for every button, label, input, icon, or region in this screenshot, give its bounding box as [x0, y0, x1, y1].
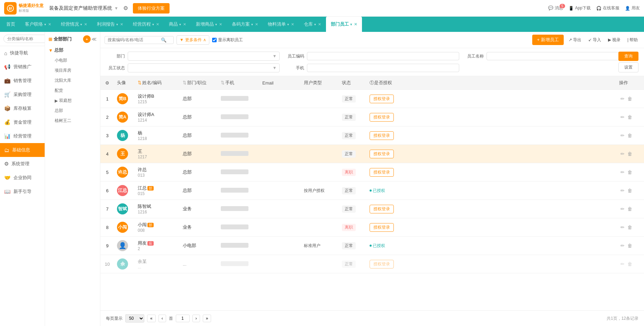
add-dept-btn[interactable]: +: [83, 35, 91, 43]
delete-btn[interactable]: 🗑: [626, 151, 634, 157]
user-btn[interactable]: 👤 用友: [625, 5, 640, 11]
tab-close-icon[interactable]: ✕: [183, 22, 186, 27]
row-auth[interactable]: 授权登录: [367, 90, 408, 108]
col-settings[interactable]: ⚙: [100, 76, 114, 90]
edit-btn[interactable]: ✏: [619, 133, 626, 138]
tab-barcode[interactable]: 条码方案▾✕: [227, 17, 263, 32]
auth-login-btn[interactable]: 授权登录: [370, 260, 394, 268]
collapse-tree-btn[interactable]: ≪: [91, 36, 97, 42]
auth-login-btn[interactable]: 授权登录: [370, 113, 394, 122]
tree-item-distribution[interactable]: 配货: [45, 86, 100, 96]
row-auth[interactable]: 授权登录: [367, 200, 408, 218]
notification-btn[interactable]: 💬 5 消息: [548, 5, 563, 11]
filter-status-select[interactable]: ▼: [128, 63, 280, 72]
tab-operation[interactable]: 经营情况▾✕: [56, 17, 92, 32]
auth-login-btn[interactable]: 授权登录: [370, 223, 394, 232]
per-page-select[interactable]: 50 100: [125, 314, 144, 323]
tab-home[interactable]: 首页: [1, 17, 20, 32]
sidebar-item-sales[interactable]: 💼销售管理: [0, 74, 45, 88]
delete-btn[interactable]: 🗑: [626, 206, 634, 212]
tab-close-icon[interactable]: ✕: [318, 22, 321, 27]
edit-btn[interactable]: ✏: [619, 114, 626, 120]
row-auth[interactable]: 授权登录: [367, 108, 408, 126]
edit-btn[interactable]: ✏: [619, 188, 626, 193]
tree-item-plant[interactable]: 植树王二: [45, 116, 100, 126]
filter-emp-code-input[interactable]: [307, 52, 459, 60]
tree-item-hq[interactable]: 总部: [45, 106, 100, 116]
auth-login-btn[interactable]: 授权登录: [370, 150, 394, 158]
tab-add-goods[interactable]: 新增商品▾✕: [191, 17, 227, 32]
tree-item-double[interactable]: ▶ 双庭想: [45, 96, 100, 106]
auth-login-btn[interactable]: 授权登录: [370, 95, 394, 103]
edit-btn[interactable]: ✏: [619, 224, 626, 230]
export-btn[interactable]: ↗ 导出: [566, 36, 583, 44]
auth-login-btn[interactable]: 授权登录: [370, 131, 394, 140]
edit-btn[interactable]: ✏: [619, 96, 626, 102]
tree-item-small-elec[interactable]: 小电部: [45, 55, 100, 65]
col-phone[interactable]: ⇅手机: [218, 76, 260, 90]
edit-btn[interactable]: ✏: [619, 151, 626, 157]
delete-btn[interactable]: 🗑: [626, 188, 634, 193]
sidebar-item-marketing[interactable]: 📢营销推广: [0, 60, 45, 74]
tab-close-icon[interactable]: ✕: [48, 22, 51, 27]
row-auth[interactable]: 授权登录: [367, 218, 408, 237]
next-page-btn[interactable]: ›: [192, 315, 200, 322]
delete-btn[interactable]: 🗑: [626, 224, 634, 230]
online-service-btn[interactable]: 🎧 在线客服: [596, 5, 619, 11]
tab-history[interactable]: 经营历程▾✕: [128, 17, 164, 32]
page-input[interactable]: [176, 315, 190, 322]
sidebar-item-purchase[interactable]: 🛒采购管理: [0, 88, 45, 102]
search-icon[interactable]: 🔍: [161, 37, 166, 43]
filter-dept-select[interactable]: ▼: [128, 52, 280, 61]
tree-item-root[interactable]: ▼ 总部: [45, 45, 100, 55]
sidebar-item-finance[interactable]: 💰资金管理: [0, 115, 45, 129]
last-page-btn[interactable]: »: [203, 315, 211, 322]
more-filter-btn[interactable]: ▼ 更多条件 ∧: [176, 35, 209, 45]
tab-department[interactable]: 部门员工▾✕: [326, 17, 362, 32]
tab-profit[interactable]: 利润报告▾✕: [92, 17, 128, 32]
reset-btn[interactable]: 设置: [618, 62, 638, 72]
auth-login-btn[interactable]: 授权登录: [370, 168, 394, 177]
tab-close-icon[interactable]: ✕: [291, 22, 294, 27]
col-dept[interactable]: ⇅部门/职位: [180, 76, 218, 90]
experience-btn[interactable]: 体验行业方案: [133, 3, 170, 14]
show-resigned-wrap[interactable]: 显示离职员工: [212, 37, 243, 43]
sidebar-item-system[interactable]: ⚙系统管理: [0, 157, 45, 171]
edit-btn[interactable]: ✏: [619, 169, 626, 175]
delete-btn[interactable]: 🗑: [626, 261, 634, 267]
gear-icon[interactable]: ⚙: [120, 5, 131, 11]
delete-btn[interactable]: 🗑: [626, 169, 634, 175]
sidebar-item-inventory[interactable]: 📦库存核算: [0, 102, 45, 115]
help-btn[interactable]: | 帮助: [625, 36, 640, 44]
tab-close-icon[interactable]: ✕: [84, 22, 87, 27]
prev-page-btn[interactable]: ‹: [158, 315, 166, 322]
sidebar-item-collab[interactable]: 🤝企业协同: [0, 171, 45, 185]
query-btn[interactable]: 查询: [618, 52, 638, 61]
tree-item-shenyang[interactable]: 沈阳大库: [45, 76, 100, 86]
app-download-btn[interactable]: 📱 App下载: [569, 5, 591, 11]
auth-login-btn[interactable]: 授权登录: [370, 205, 394, 213]
col-name[interactable]: ⇅姓名/编码: [135, 76, 180, 90]
tree-item-project-room[interactable]: 项目库房: [45, 65, 100, 76]
sidebar-item-guide[interactable]: 📖新手引导: [0, 185, 45, 199]
tab-close-icon[interactable]: ✕: [354, 22, 357, 27]
edit-btn[interactable]: ✏: [619, 243, 626, 248]
search-input[interactable]: [108, 37, 160, 42]
view-btn[interactable]: ▶ 视录: [606, 36, 623, 44]
first-page-btn[interactable]: «: [147, 315, 156, 322]
show-resigned-checkbox[interactable]: [212, 38, 217, 42]
edit-btn[interactable]: ✏: [619, 261, 626, 267]
sidebar-item-basic[interactable]: 🗂基础信息: [0, 143, 45, 157]
tab-close-icon[interactable]: ✕: [120, 22, 123, 27]
edit-btn[interactable]: ✏: [619, 206, 626, 212]
tab-close-icon[interactable]: ✕: [255, 22, 258, 27]
sidebar-item-shortcut[interactable]: ⌂快捷导航: [0, 46, 45, 60]
filter-phone-input[interactable]: [307, 64, 459, 72]
dropdown-arrow-icon[interactable]: ▼: [114, 6, 118, 11]
add-employee-btn[interactable]: + 新增员工: [532, 35, 564, 45]
tab-warehouse[interactable]: 仓库▾✕: [299, 17, 326, 32]
row-auth[interactable]: 授权登录: [367, 255, 408, 273]
tab-close-icon[interactable]: ✕: [219, 22, 222, 27]
tab-close-icon[interactable]: ✕: [156, 22, 159, 27]
filter-emp-name-input[interactable]: [487, 52, 638, 60]
